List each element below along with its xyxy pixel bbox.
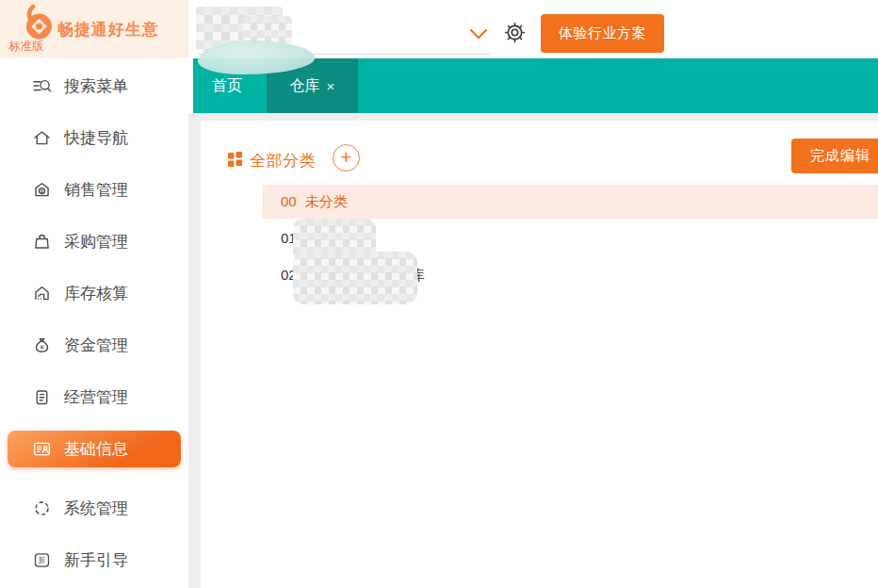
sidebar-item-inventory[interactable]: 库存核算 [0,268,188,319]
tab-label: 首页 [212,76,242,96]
tab-label: 仓库 [290,76,320,96]
app-window: 畅捷通好生意 标准版 搜索菜单 [0,0,878,588]
sidebar-item-basic-info[interactable]: 基础信息 [0,431,188,482]
sidebar-item-operations[interactable]: 经营管理 [0,371,188,423]
system-icon [32,498,52,518]
svg-text:新: 新 [39,556,46,564]
content-area: 全部分类 + 完成编辑 00未分类 01 02 库 [188,113,878,588]
sidebar-item-label: 系统管理 [64,498,128,519]
category-row-unclassified[interactable]: 00未分类 [262,185,878,219]
brand-name: 畅捷通好生意 [57,19,159,41]
brand-edition-badge: 标准版 [8,39,44,55]
sidebar-item-label: 库存核算 [64,283,128,304]
search-menu-icon [32,76,52,96]
trial-industry-plan-button[interactable]: 体验行业方案 [541,14,664,53]
sidebar-item-search-menu[interactable]: 搜索菜单 [0,60,188,112]
sales-icon: $ [32,180,52,200]
inventory-icon [32,284,52,303]
purchase-icon [32,232,52,252]
svg-text:$: $ [41,188,44,194]
svg-text:¥: ¥ [41,344,44,351]
sidebar: 畅捷通好生意 标准版 搜索菜单 [0,0,188,588]
sidebar-menu: 搜索菜单 快捷导航 [0,58,188,588]
right-pane: 体验行业方案 首页 仓库 × [188,0,878,588]
sidebar-item-guide[interactable]: 新 新手引导 [0,534,188,586]
plus-icon: + [340,147,351,167]
finish-edit-button[interactable]: 完成编辑 [791,139,878,173]
category-name-redacted [293,252,417,304]
sidebar-item-purchase[interactable]: 采购管理 [0,216,188,268]
sidebar-item-label: 搜索菜单 [64,75,128,97]
chevron-down-icon[interactable] [469,27,488,44]
quick-nav-icon [32,128,52,148]
sidebar-item-label: 快捷导航 [64,127,128,149]
sidebar-item-label: 基础信息 [64,438,128,460]
category-panel: 全部分类 + 完成编辑 00未分类 01 02 库 [201,121,878,588]
sidebar-item-label: 经营管理 [64,386,128,408]
category-list: 00未分类 01 02 库 [262,185,878,295]
operations-icon [32,387,52,407]
close-icon[interactable]: × [327,79,335,93]
sidebar-item-quick-nav[interactable]: 快捷导航 [0,112,188,164]
category-row-02[interactable]: 02 库 [262,258,878,292]
gear-icon[interactable] [503,21,527,48]
sidebar-item-label: 资金管理 [64,335,128,356]
basic-info-icon [32,439,52,459]
add-category-button[interactable]: + [333,144,360,172]
category-code: 00 [281,193,297,209]
sidebar-item-label: 销售管理 [64,179,128,201]
guide-icon: 新 [32,550,52,570]
section-title: 全部分类 [250,150,316,172]
category-name: 未分类 [305,193,348,209]
category-row-01[interactable]: 01 [262,221,878,255]
funds-icon: ¥ [32,335,52,355]
sidebar-item-label: 新手引导 [64,549,128,571]
logo-area: 畅捷通好生意 标准版 [0,0,188,58]
sidebar-item-label: 采购管理 [64,231,128,253]
sidebar-item-sales[interactable]: $ 销售管理 [0,164,188,216]
sidebar-item-system[interactable]: 系统管理 [0,482,188,534]
grid-icon [228,152,243,171]
sidebar-item-funds[interactable]: ¥ 资金管理 [0,319,188,371]
